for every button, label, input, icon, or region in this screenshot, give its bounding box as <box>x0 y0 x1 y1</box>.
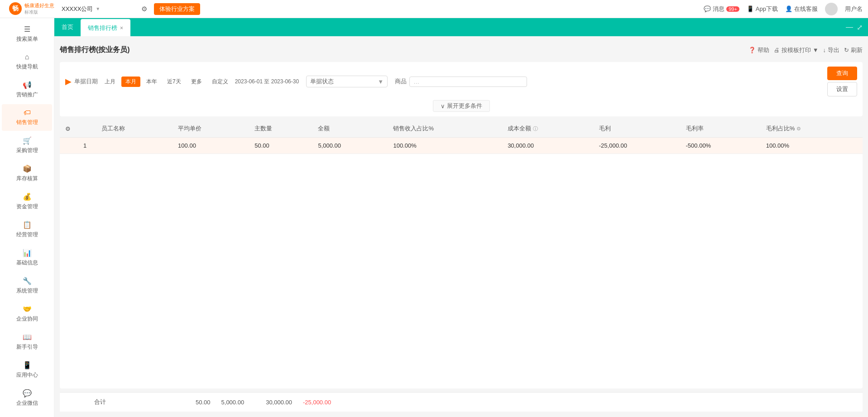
th-gross-rate: 毛利率 <box>681 120 761 138</box>
sidebar-item-guide[interactable]: 📖 新手引导 <box>2 328 52 355</box>
sidebar-item-sales[interactable]: 🏷 销售管理 <box>2 104 52 131</box>
row-avg-price: 100.00 <box>173 138 249 154</box>
page-actions: ❓ 帮助 🖨 按模板打印 ▼ ↓ 导出 ↻ 刷新 <box>748 46 863 54</box>
sidebar-item-inventory[interactable]: 📦 库存核算 <box>2 160 52 187</box>
row-gross-pct: 100.00% <box>761 138 863 154</box>
footer-rank-cell <box>78 398 89 406</box>
messages-button[interactable]: 💬 消息 99+ <box>704 5 739 13</box>
sidebar-label-operations: 经营管理 <box>16 231 38 239</box>
logo-sub: 标准版 <box>24 9 54 15</box>
header-row: ⚙ 员工名称 平均单价 主数量 <box>60 120 863 138</box>
date-btn-7days[interactable]: 近7天 <box>163 77 185 87</box>
date-btn-this-month[interactable]: 本月 <box>121 77 140 87</box>
th-cost: 成本全额 ⓘ <box>502 120 594 138</box>
sidebar-item-wechat[interactable]: 💬 企业微信 <box>2 384 52 412</box>
service-icon: 👤 <box>785 5 792 12</box>
sidebar-label-inventory: 库存核算 <box>16 175 38 182</box>
sidebar-item-app-center[interactable]: 📱 应用中心 <box>2 356 52 383</box>
sidebar-item-purchase[interactable]: 🛒 采购管理 <box>2 132 52 159</box>
footer-sales-pct-cell <box>249 398 260 406</box>
th-sales-pct: 销售收入占比% <box>388 120 502 138</box>
th-name: 员工名称 <box>96 120 173 138</box>
status-filter[interactable]: 单据状态 ▼ <box>306 76 388 87</box>
sidebar-label-finance: 资金管理 <box>16 203 38 211</box>
export-button[interactable]: ↓ 导出 <box>823 46 840 54</box>
tab-minimize-icon[interactable]: — <box>846 23 853 31</box>
filter-toggle-icon[interactable]: ▶ <box>65 77 72 86</box>
th-settings[interactable]: ⚙ <box>60 120 78 138</box>
settings-button[interactable]: 设置 <box>827 82 857 96</box>
app-download-button[interactable]: 📱 App下载 <box>747 5 778 13</box>
footer-settings-cell <box>60 398 78 406</box>
tab-close-icon[interactable]: × <box>120 25 123 31</box>
th-rank <box>78 120 96 138</box>
sidebar-label-guide: 新手引导 <box>16 343 38 351</box>
enterprise-icon: 🤝 <box>23 305 32 313</box>
status-label: 单据状态 <box>310 77 334 86</box>
goods-input[interactable]: … <box>409 77 527 87</box>
footer-qty: 50.00 <box>190 395 216 409</box>
date-btn-more[interactable]: 更多 <box>187 77 206 87</box>
refresh-button[interactable]: ↻ 刷新 <box>844 46 863 54</box>
table-row: 1 100.00 50.00 <box>60 138 863 154</box>
sidebar-item-enterprise[interactable]: 🤝 企业协同 <box>2 300 52 327</box>
inventory-icon: 📦 <box>23 164 32 173</box>
username: 用户名 <box>845 5 863 13</box>
row-cost: 30,000.00 <box>502 138 594 154</box>
expand-button[interactable]: ∨ 展开更多条件 <box>433 100 490 112</box>
th-gross: 毛利 <box>594 120 681 138</box>
online-service-button[interactable]: 👤 在线客服 <box>785 5 818 13</box>
row-qty: 50.00 <box>249 138 312 154</box>
refresh-icon: ↻ <box>844 47 849 53</box>
sidebar-item-member[interactable]: ◇ 畅会员 <box>2 412 52 417</box>
table-footer: 合计 50.00 5,000.00 30,000.00 -25,000.00 <box>60 392 863 412</box>
logo-text: 畅康通好生意 <box>24 2 54 9</box>
date-btn-last-month[interactable]: 上月 <box>101 77 120 87</box>
settings-icon[interactable]: ⚙ <box>138 3 150 15</box>
marketing-icon: 📢 <box>23 81 32 89</box>
sidebar-item-finance[interactable]: 💰 资金管理 <box>2 188 52 215</box>
page-title: 销售排行榜(按业务员) <box>60 45 130 55</box>
template-print-button[interactable]: 🖨 按模板打印 ▼ <box>774 46 819 54</box>
sidebar-item-search-order[interactable]: ☰ 搜索菜单 <box>2 20 52 48</box>
sidebar-item-quick-nav[interactable]: ⌂ 快捷导航 <box>2 48 52 75</box>
sidebar-item-system[interactable]: 🔧 系统管理 <box>2 272 52 299</box>
search-icon: ☰ <box>24 25 30 34</box>
th-avg-price: 平均单价 <box>173 120 249 138</box>
company-name: XXXXX公司 <box>62 5 93 13</box>
footer-cost: 30,000.00 <box>260 395 297 409</box>
sidebar-label-basic-info: 基础信息 <box>16 259 38 267</box>
footer-total-label: 合计 <box>89 394 179 410</box>
tab-home[interactable]: 首页 <box>54 18 81 36</box>
data-table: ⚙ 员工名称 平均单价 主数量 <box>60 120 863 154</box>
purchase-icon: 🛒 <box>23 136 32 145</box>
home-icon: ⌂ <box>25 53 29 61</box>
sidebar-label-enterprise: 企业协同 <box>16 315 38 323</box>
row-gross: -25,000.00 <box>594 138 681 154</box>
date-btn-custom[interactable]: 自定义 <box>208 77 232 87</box>
sidebar-label-search: 搜索菜单 <box>16 35 38 43</box>
sidebar-label-sales: 销售管理 <box>16 119 38 126</box>
trial-button[interactable]: 体验行业方案 <box>154 3 200 15</box>
sidebar-item-marketing[interactable]: 📢 营销推广 <box>2 76 52 103</box>
cost-info-icon[interactable]: ⓘ <box>533 126 538 131</box>
date-btn-this-year[interactable]: 本年 <box>142 77 161 87</box>
query-button[interactable]: 查询 <box>827 67 857 80</box>
chevron-down-icon: ▼ <box>96 6 100 11</box>
help-button[interactable]: ❓ 帮助 <box>748 46 769 54</box>
row-rank: 1 <box>78 138 96 154</box>
tab-expand-icon[interactable]: ⤢ <box>857 23 863 32</box>
sidebar-item-operations[interactable]: 📋 经营管理 <box>2 216 52 243</box>
sidebar-label-purchase: 采购管理 <box>16 147 38 154</box>
table-body: 1 100.00 50.00 <box>60 138 863 154</box>
tab-active-label: 销售排行榜 <box>88 24 117 32</box>
sidebar-label-wechat: 企业微信 <box>16 399 38 407</box>
avatar[interactable] <box>825 3 838 15</box>
logo-area: 畅 畅康通好生意 标准版 <box>5 2 58 15</box>
gross-pct-icon[interactable]: ⚙ <box>796 126 801 131</box>
tab-sales-ranking[interactable]: 销售排行榜 × <box>81 19 130 37</box>
company-selector[interactable]: XXXXX公司 ▼ <box>62 5 134 13</box>
message-badge: 99+ <box>726 6 739 12</box>
sidebar-item-basic-info[interactable]: 📊 基础信息 <box>2 244 52 271</box>
row-settings <box>60 138 78 154</box>
